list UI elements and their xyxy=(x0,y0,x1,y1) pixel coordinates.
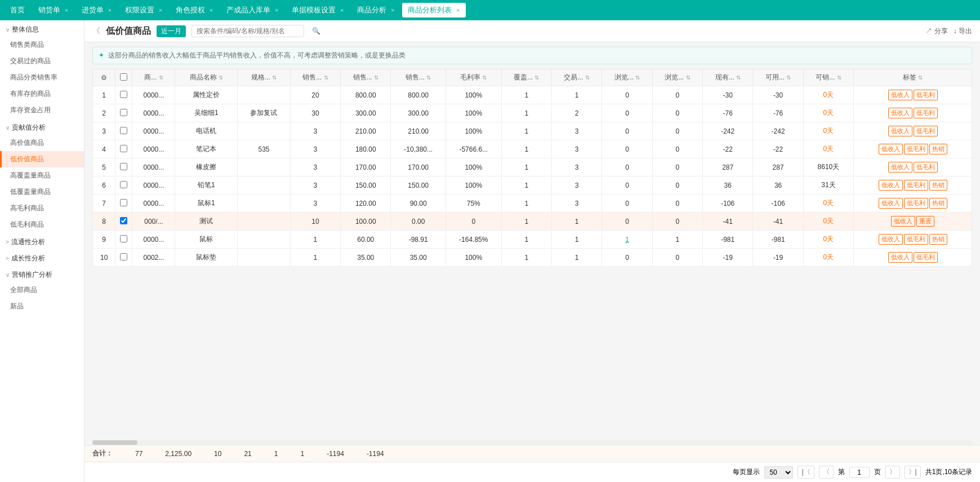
page-label: 第 xyxy=(838,467,845,477)
sidebar-item-high-profit[interactable]: 高毛利商品 xyxy=(0,200,84,216)
horizontal-scrollbar[interactable] xyxy=(92,440,972,445)
row-checkbox-cell[interactable] xyxy=(115,104,132,122)
col-settings[interactable]: ⚙ xyxy=(93,69,115,86)
scrollbar-thumb[interactable] xyxy=(92,440,137,445)
sidebar-item-stock-capital[interactable]: 库存资金占用 xyxy=(0,102,84,118)
close-icon[interactable]: × xyxy=(340,7,344,14)
col-sale-profit[interactable]: 销售... ⇅ xyxy=(391,69,446,86)
search-input[interactable] xyxy=(191,25,304,37)
row-checkbox-cell[interactable] xyxy=(115,213,132,231)
nav-roles[interactable]: 角色授权 × xyxy=(170,3,219,17)
col-tags[interactable]: 标签 ⇅ xyxy=(854,69,972,86)
close-icon[interactable]: × xyxy=(275,7,278,14)
row-checkbox[interactable] xyxy=(120,253,127,260)
nav-product-analysis[interactable]: 商品分析 × xyxy=(351,3,400,17)
sidebar-item-sales-products[interactable]: 销售类商品 xyxy=(0,37,84,53)
sidebar-item-all-products[interactable]: 全部商品 xyxy=(0,282,84,298)
nav-product-storage[interactable]: 产成品入库单 × xyxy=(221,3,284,17)
row-checkbox[interactable] xyxy=(120,91,127,98)
sidebar-item-new-products[interactable]: 新品 xyxy=(0,298,84,315)
nav-sales[interactable]: 销货单 × xyxy=(33,3,74,17)
nav-purchase[interactable]: 进货单 × xyxy=(76,3,117,17)
col-gross-rate[interactable]: 毛利率 ⇅ xyxy=(446,69,501,86)
sidebar-item-traded-products[interactable]: 交易过的商品 xyxy=(0,53,84,69)
first-page-button[interactable]: |〈 xyxy=(798,466,814,479)
col-spec[interactable]: 规格... ⇅ xyxy=(238,69,290,86)
row-checkbox-cell[interactable] xyxy=(115,231,132,249)
row-checkbox-cell[interactable] xyxy=(115,194,132,213)
row-checkbox-cell[interactable] xyxy=(115,249,132,267)
sidebar-section-marketing[interactable]: ∨ 营销推广分析 xyxy=(0,266,84,282)
close-icon[interactable]: × xyxy=(108,7,112,14)
sidebar-item-high-value[interactable]: 高价值商品 xyxy=(0,135,84,151)
share-button[interactable]: ↗ 分享 xyxy=(925,26,947,36)
nav-product-analysis-list[interactable]: 商品分析列表 × xyxy=(402,3,465,17)
export-button[interactable]: ↓ 导出 xyxy=(954,26,972,36)
sidebar-item-stock-products[interactable]: 有库存的商品 xyxy=(0,86,84,102)
row-checkbox[interactable] xyxy=(120,199,127,206)
col-stock-cur[interactable]: 现有... ⇅ xyxy=(703,69,753,86)
close-icon[interactable]: × xyxy=(210,7,213,14)
row-checkbox-cell[interactable] xyxy=(115,140,132,158)
sidebar-section-contribution[interactable]: ∨ 贡献值分析 xyxy=(0,118,84,135)
row-checkbox-cell[interactable] xyxy=(115,176,132,194)
row-sale3: 0 xyxy=(446,213,501,231)
sidebar-section-growth[interactable]: > 成长性分析 xyxy=(0,249,84,266)
row-checkbox-cell[interactable] xyxy=(115,158,132,176)
sidebar-item-low-profit[interactable]: 低毛利商品 xyxy=(0,216,84,233)
col-sale-amount[interactable]: 销售... ⇅ xyxy=(341,69,391,86)
prev-page-button[interactable]: 〈 xyxy=(819,466,834,479)
next-page-button[interactable]: 〉 xyxy=(885,466,900,479)
row-checkbox[interactable] xyxy=(120,217,127,224)
close-icon[interactable]: × xyxy=(391,7,394,14)
col-checkbox[interactable] xyxy=(115,69,132,86)
per-page-select[interactable]: 50 100 200 xyxy=(764,466,793,479)
col-stock-avail[interactable]: 可用... ⇅ xyxy=(753,69,803,86)
row-checkbox[interactable] xyxy=(120,181,127,188)
sidebar-item-low-value[interactable]: 低价值商品 xyxy=(0,151,84,167)
row-checkbox[interactable] xyxy=(120,145,127,152)
sidebar-item-category-sales[interactable]: 商品分类销售率 xyxy=(0,69,84,86)
sidebar-section-circulation[interactable]: > 流通性分析 xyxy=(0,233,84,249)
row-checkbox[interactable] xyxy=(120,127,127,134)
col-coverage[interactable]: 覆盖... ⇅ xyxy=(501,69,551,86)
col-stock-sale[interactable]: 可销... ⇅ xyxy=(803,69,853,86)
row-stock1: -106 xyxy=(753,194,803,213)
sidebar-section-overall[interactable]: ∨ 整体信息 xyxy=(0,20,84,37)
nav-template[interactable]: 单据模板设置 × xyxy=(286,3,349,17)
row-name: 测试 xyxy=(175,213,238,231)
sidebar-item-high-coverage[interactable]: 高覆盖量商品 xyxy=(0,167,84,184)
nav-permissions[interactable]: 权限设置 × xyxy=(119,3,168,17)
col-browse2[interactable]: 浏览... ⇅ xyxy=(652,69,702,86)
row-spec: 参加复试 xyxy=(238,104,290,122)
collapse-button[interactable]: 《 xyxy=(92,26,100,36)
row-cover: 2 xyxy=(551,104,602,122)
row-checkbox[interactable] xyxy=(120,109,127,116)
row-qty: 10 xyxy=(290,213,340,231)
close-icon[interactable]: × xyxy=(159,7,162,14)
row-stock1: -22 xyxy=(753,140,803,158)
row-checkbox[interactable] xyxy=(120,235,127,242)
row-checkbox-cell[interactable] xyxy=(115,122,132,140)
last-page-button[interactable]: 〉| xyxy=(905,466,921,479)
search-icon[interactable]: 🔍 xyxy=(312,27,320,35)
sidebar-item-low-coverage[interactable]: 低覆盖量商品 xyxy=(0,184,84,200)
row-tags: 低收入重置 xyxy=(854,213,972,231)
row-checkbox[interactable] xyxy=(120,163,127,170)
row-sale3: 100% xyxy=(446,158,501,176)
col-sale-qty[interactable]: 销售... ⇅ xyxy=(290,69,340,86)
row-sale2: 90.00 xyxy=(391,194,446,213)
nav-home[interactable]: 首页 xyxy=(5,3,30,17)
col-browse1[interactable]: 浏览... ⇅ xyxy=(602,69,652,86)
page-number-input[interactable] xyxy=(849,467,870,478)
row-trade: 0 xyxy=(602,194,652,213)
row-trade[interactable]: 1 xyxy=(602,231,652,249)
row-checkbox-cell[interactable] xyxy=(115,86,132,104)
select-all-checkbox[interactable] xyxy=(120,73,127,81)
col-code[interactable]: 商... ⇅ xyxy=(132,69,175,86)
close-icon[interactable]: × xyxy=(65,7,68,14)
col-trade[interactable]: 交易... ⇅ xyxy=(551,69,602,86)
close-icon[interactable]: × xyxy=(456,7,460,14)
period-button[interactable]: 近一月 xyxy=(157,25,186,37)
col-name[interactable]: 商品名称 ⇅ xyxy=(175,69,238,86)
